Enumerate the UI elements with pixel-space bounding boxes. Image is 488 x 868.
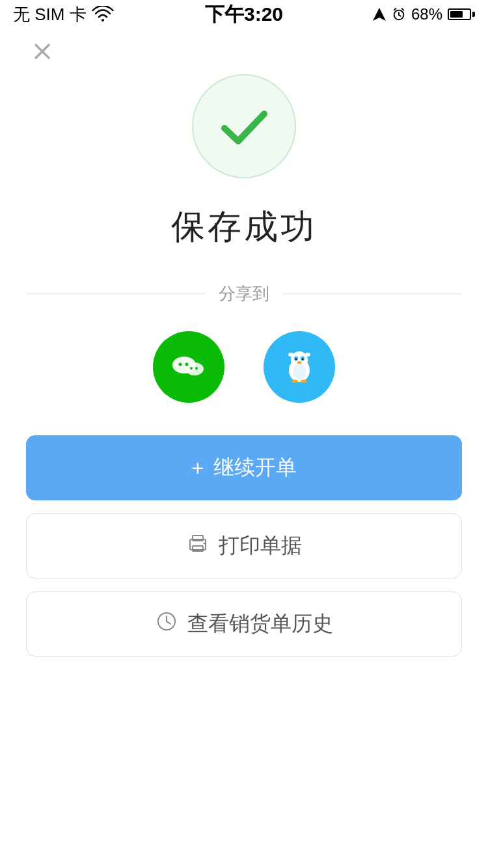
svg-point-21 xyxy=(293,364,306,379)
success-circle xyxy=(192,74,296,178)
close-button[interactable] xyxy=(26,35,59,68)
qq-share-button[interactable] xyxy=(264,331,335,403)
battery-percent: 68% xyxy=(411,5,442,23)
svg-marker-0 xyxy=(373,8,386,21)
continue-label: 继续开单 xyxy=(213,454,297,482)
svg-point-18 xyxy=(295,359,297,360)
status-bar: 无 SIM 卡 下午3:20 68% xyxy=(0,0,488,29)
wechat-icon xyxy=(167,346,210,388)
status-right: 68% xyxy=(372,5,475,23)
svg-point-22 xyxy=(291,380,298,383)
success-title: 保存成功 xyxy=(171,204,317,250)
svg-point-25 xyxy=(305,353,310,357)
status-left: 无 SIM 卡 xyxy=(13,3,114,26)
svg-point-11 xyxy=(185,363,189,366)
history-label: 查看销货单历史 xyxy=(187,610,333,638)
print-button[interactable]: 打印单据 xyxy=(26,513,462,578)
svg-line-4 xyxy=(394,8,396,10)
printer-icon xyxy=(186,532,210,560)
history-button[interactable]: 查看销货单历史 xyxy=(26,591,462,657)
divider-left xyxy=(26,293,206,294)
svg-line-5 xyxy=(402,8,404,10)
checkmark-icon xyxy=(215,97,273,156)
print-label: 打印单据 xyxy=(219,532,302,560)
svg-point-24 xyxy=(288,353,293,357)
svg-point-19 xyxy=(302,359,304,360)
wechat-share-button[interactable] xyxy=(153,331,224,403)
qq-icon xyxy=(278,346,321,388)
wifi-icon xyxy=(92,6,114,23)
svg-line-3 xyxy=(399,15,401,16)
svg-point-29 xyxy=(204,543,206,545)
sim-text: 无 SIM 卡 xyxy=(13,3,87,26)
clock-icon xyxy=(155,610,178,638)
share-divider: 分享到 xyxy=(26,282,462,305)
status-time: 下午3:20 xyxy=(205,1,283,28)
svg-point-10 xyxy=(179,363,182,366)
share-section: 分享到 xyxy=(26,282,462,409)
share-icons-row xyxy=(26,331,462,403)
svg-point-13 xyxy=(195,367,198,370)
svg-point-12 xyxy=(190,367,193,370)
divider-right xyxy=(282,293,462,294)
continue-button[interactable]: + 继续开单 xyxy=(26,435,462,500)
svg-point-23 xyxy=(301,380,307,383)
svg-line-32 xyxy=(167,621,170,624)
main-content: 保存成功 分享到 xyxy=(0,29,488,683)
battery-icon xyxy=(448,8,475,20)
action-buttons: + 继续开单 打印单据 xyxy=(26,435,462,683)
location-icon xyxy=(372,7,386,21)
plus-icon: + xyxy=(191,455,204,481)
share-label: 分享到 xyxy=(219,282,269,305)
svg-point-20 xyxy=(297,361,302,364)
alarm-icon xyxy=(392,7,406,21)
